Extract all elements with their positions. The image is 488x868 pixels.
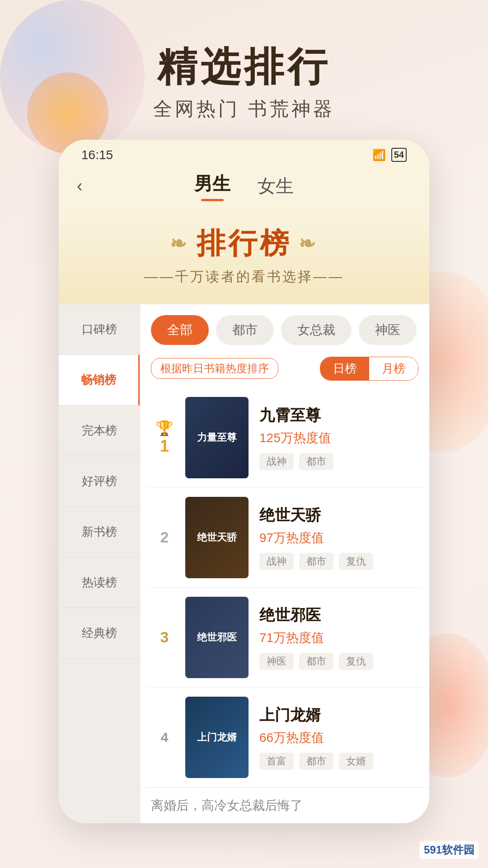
sidebar-item-redu[interactable]: 热读榜: [59, 557, 140, 608]
book-tags-1: 战神 都市: [259, 453, 418, 470]
main-content: 全部 都市 女总裁 神医 根据昨日书籍热度排序 日榜 月榜 🏆: [140, 304, 429, 823]
book-info-2: 绝世天骄 97万热度值 战神 都市 复仇: [256, 505, 418, 570]
nav-tabs: 男生 女生: [194, 171, 294, 201]
page-header: 精选排行 全网热门 书荒神器: [0, 0, 488, 140]
book-item-4[interactable]: 4 上门龙婿 上门龙婿 66万热度值 首富 都市 女婿: [147, 688, 422, 788]
wifi-icon: 📶: [372, 149, 386, 161]
book-heat-1: 125万热度值: [259, 429, 418, 447]
banner-subtitle: ——千万读者的看书选择——: [59, 268, 429, 286]
book-info-3: 绝世邪医 71万热度值 神医 都市 复仇: [256, 605, 418, 670]
book-info-1: 九霄至尊 125万热度值 战神 都市: [256, 405, 418, 470]
top-nav: ‹ 男生 女生: [59, 167, 429, 210]
book-heat-4: 66万热度值: [259, 729, 418, 746]
book-title-2: 绝世天骄: [259, 505, 418, 526]
bottom-teaser[interactable]: 离婚后，高冷女总裁后悔了: [140, 788, 429, 823]
banner-leaf-left: ❧: [170, 232, 189, 255]
book-item-3[interactable]: 3 绝世邪医 绝世邪医 71万热度值 神医 都市 复仇: [147, 588, 422, 688]
sort-tabs: 日榜 月榜: [320, 357, 418, 381]
watermark: 591软件园: [419, 841, 479, 859]
sidebar-item-xinshu[interactable]: 新书榜: [59, 507, 140, 557]
book-item-2[interactable]: 2 绝世天骄 绝世天骄 97万热度值 战神 都市 复仇: [147, 488, 422, 588]
book-list: 🏆 1 力量至尊 九霄至尊 125万热度值 战神 都市: [140, 388, 429, 788]
book-heat-2: 97万热度值: [259, 529, 418, 547]
book-cover-2: 绝世天骄: [185, 497, 249, 578]
rank-badge-1: 🏆 1: [151, 420, 178, 456]
book-title-4: 上门龙婿: [259, 705, 418, 726]
book-title-3: 绝世邪医: [259, 605, 418, 626]
tab-male[interactable]: 男生: [194, 171, 230, 201]
filter-shenyi[interactable]: 神医: [359, 315, 417, 345]
phone-mockup: 16:15 📶 54 ‹ 男生 女生 ❧ 排行榜 ❧ ——千万读者的看书选择——: [59, 140, 429, 823]
book-heat-3: 71万热度值: [259, 629, 418, 646]
sidebar-item-jingdian[interactable]: 经典榜: [59, 608, 140, 659]
sort-monthly[interactable]: 月榜: [369, 357, 418, 380]
sort-bar: 根据昨日书籍热度排序 日榜 月榜: [140, 352, 429, 388]
rank-badge-4: 4: [151, 730, 178, 745]
filter-nvzongcai[interactable]: 女总裁: [281, 315, 352, 345]
sidebar-item-wanben[interactable]: 完本榜: [59, 406, 140, 456]
battery-icon: 54: [391, 148, 407, 162]
filter-all[interactable]: 全部: [151, 315, 209, 345]
content-area: 口碑榜 畅销榜 完本榜 好评榜 新书榜 热读榜 经典榜 全部 都市 女总裁 神医…: [59, 304, 429, 823]
rank-badge-3: 3: [151, 628, 178, 646]
sidebar-item-changxiao[interactable]: 畅销榜: [59, 355, 140, 406]
filter-dushi[interactable]: 都市: [216, 315, 274, 345]
banner: ❧ 排行榜 ❧ ——千万读者的看书选择——: [59, 210, 429, 304]
book-cover-1: 力量至尊: [185, 397, 249, 478]
book-cover-3: 绝世邪医: [185, 597, 249, 678]
page-subtitle: 全网热门 书荒神器: [0, 96, 488, 122]
tab-female[interactable]: 女生: [258, 174, 294, 198]
book-info-4: 上门龙婿 66万热度值 首富 都市 女婿: [256, 705, 418, 770]
banner-title: ❧ 排行榜 ❧: [59, 224, 429, 263]
page-title: 精选排行: [0, 45, 488, 89]
book-item-1[interactable]: 🏆 1 力量至尊 九霄至尊 125万热度值 战神 都市: [147, 388, 422, 488]
book-title-1: 九霄至尊: [259, 405, 418, 426]
status-time: 16:15: [81, 148, 113, 162]
rank-badge-2: 2: [151, 528, 178, 546]
back-button[interactable]: ‹: [77, 176, 83, 196]
banner-leaf-right: ❧: [299, 232, 318, 255]
status-right: 📶 54: [372, 148, 407, 162]
book-tags-2: 战神 都市 复仇: [259, 553, 418, 570]
book-cover-4: 上门龙婿: [185, 697, 249, 778]
book-tags-3: 神医 都市 复仇: [259, 653, 418, 670]
filter-bar: 全部 都市 女总裁 神医: [140, 304, 429, 352]
status-bar: 16:15 📶 54: [59, 140, 429, 167]
sort-hint: 根据昨日书籍热度排序: [151, 358, 278, 379]
tab-underline: [201, 199, 224, 201]
sidebar-item-haoping[interactable]: 好评榜: [59, 456, 140, 507]
sidebar: 口碑榜 畅销榜 完本榜 好评榜 新书榜 热读榜 经典榜: [59, 304, 140, 823]
sort-daily[interactable]: 日榜: [320, 357, 369, 380]
book-tags-4: 首富 都市 女婿: [259, 753, 418, 770]
sidebar-item-koubei[interactable]: 口碑榜: [59, 304, 140, 355]
